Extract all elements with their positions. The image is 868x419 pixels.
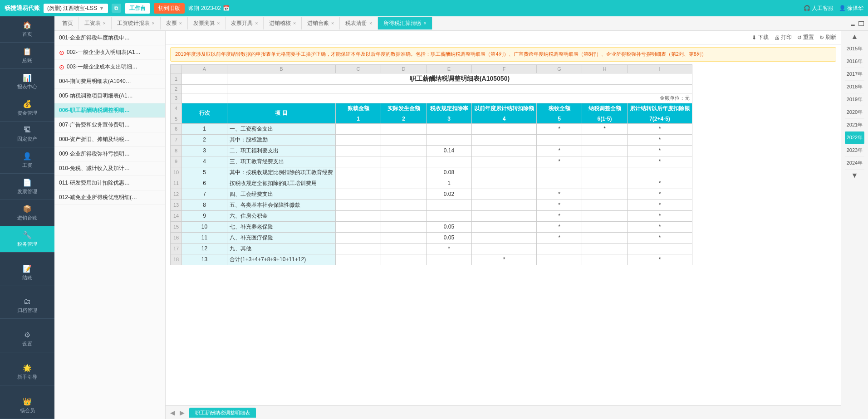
row-15-c4[interactable] xyxy=(472,221,537,232)
row-16-item[interactable]: 八、补充医疗保险 xyxy=(227,232,336,243)
row-8-c3[interactable]: 0.14 xyxy=(427,145,472,156)
row-18-c6[interactable] xyxy=(582,254,628,265)
left-panel-item-1[interactable]: ⊙002-一般企业收入明细表(A1… xyxy=(54,45,165,60)
row-15-c2[interactable] xyxy=(381,221,427,232)
row-6-c2[interactable] xyxy=(381,123,427,134)
row-17-c1[interactable] xyxy=(336,243,381,254)
row-6-c3[interactable] xyxy=(427,123,472,134)
row-13-c3[interactable] xyxy=(427,200,472,210)
row-15-c6[interactable] xyxy=(582,221,628,232)
row-18-c7[interactable]: * xyxy=(628,254,692,265)
row-6-c6[interactable]: * xyxy=(582,123,628,134)
row-7-c2[interactable] xyxy=(381,134,427,145)
row-18-item[interactable]: 合计(1+3+4+7+8+9+10+11+12) xyxy=(227,254,336,265)
row-17-c5[interactable] xyxy=(537,243,582,254)
sidebar-item-3[interactable]: 💰资金管理 xyxy=(0,95,54,122)
row-9-item[interactable]: 三、职工教育经费支出 xyxy=(227,156,336,167)
year-item-2018年[interactable]: 2018年 xyxy=(845,81,864,93)
row-16-c4[interactable] xyxy=(472,232,537,243)
row-13-c7[interactable]: * xyxy=(628,200,692,210)
year-item-2019年[interactable]: 2019年 xyxy=(845,93,864,106)
workbench-button[interactable]: 工作台 xyxy=(125,3,150,14)
row-17-c3[interactable]: * xyxy=(427,243,472,254)
sidebar-item-4[interactable]: 🏗固定资产 xyxy=(0,122,54,147)
row-11-c6[interactable] xyxy=(582,178,628,189)
tab-3[interactable]: 发票× xyxy=(161,17,188,29)
row-6-c1[interactable] xyxy=(336,123,381,134)
row-11-item[interactable]: 按税收规定全额扣除的职工培训费用 xyxy=(227,178,336,189)
row-6-item[interactable]: 一、工资薪金支出 xyxy=(227,123,336,134)
row-9-c5[interactable]: * xyxy=(537,156,582,167)
sidebar-item-1[interactable]: 📋总账 xyxy=(0,43,54,69)
tab-6[interactable]: 进销稽核× xyxy=(264,17,302,29)
row-12-c5[interactable]: * xyxy=(537,189,582,200)
row-7-c1[interactable] xyxy=(336,134,381,145)
left-panel-item-5[interactable]: 006-职工薪酬纳税调整明细… xyxy=(54,103,165,118)
row-17-c6[interactable] xyxy=(582,243,628,254)
row-9-c7[interactable]: * xyxy=(628,156,692,167)
row-12-c4[interactable] xyxy=(472,189,537,200)
row-11-c3[interactable]: 1 xyxy=(427,178,472,189)
row-14-c4[interactable] xyxy=(472,210,537,221)
row-9-c1[interactable] xyxy=(336,156,381,167)
tab-close-8[interactable]: × xyxy=(369,21,372,26)
row-11-c1[interactable] xyxy=(336,178,381,189)
tab-close-6[interactable]: × xyxy=(293,21,296,26)
row-8-c2[interactable] xyxy=(381,145,427,156)
row-16-c7[interactable]: * xyxy=(628,232,692,243)
year-item-2015年[interactable]: 2015年 xyxy=(845,43,864,55)
row-14-c2[interactable] xyxy=(381,210,427,221)
left-panel-item-3[interactable]: 004-期间费用明细表(A1040… xyxy=(54,74,165,89)
row-8-c4[interactable] xyxy=(472,145,537,156)
row-11-c2[interactable] xyxy=(381,178,427,189)
row-6-c4[interactable] xyxy=(472,123,537,134)
row-14-c6[interactable] xyxy=(582,210,628,221)
row-16-c5[interactable]: * xyxy=(537,232,582,243)
year-item-2024年[interactable]: 2024年 xyxy=(845,157,864,170)
row-17-c4[interactable] xyxy=(472,243,537,254)
row-12-item[interactable]: 四、工会经费支出 xyxy=(227,189,336,200)
row-13-c4[interactable] xyxy=(472,200,537,210)
year-scroll-up[interactable]: ▲ xyxy=(849,31,860,43)
sheet-scroll-left[interactable]: ◀ xyxy=(170,409,175,416)
sidebar-item-8[interactable]: 🔧税务管理 xyxy=(0,226,54,253)
year-item-2017年[interactable]: 2017年 xyxy=(845,68,864,81)
row-13-c2[interactable] xyxy=(381,200,427,210)
row-18-c4[interactable]: * xyxy=(472,254,537,265)
row-16-c3[interactable]: 0.05 xyxy=(427,232,472,243)
row-17-item[interactable]: 九、其他 xyxy=(227,243,336,254)
left-panel-item-8[interactable]: 009-企业所得税弥补亏损明… xyxy=(54,147,165,161)
row-14-item[interactable]: 六、住房公积金 xyxy=(227,210,336,221)
row-8-c5[interactable]: * xyxy=(537,145,582,156)
tab-close-2[interactable]: × xyxy=(152,21,155,26)
row-10-c5[interactable] xyxy=(537,167,582,178)
copy-icon-btn[interactable]: ⧉ xyxy=(112,4,121,13)
left-panel-item-2[interactable]: ⊙003-一般企业成本支出明细… xyxy=(54,60,165,74)
active-sheet-tab[interactable]: 职工薪酬纳税调整明细表 xyxy=(189,408,256,418)
row-11-c5[interactable] xyxy=(537,178,582,189)
row-15-c1[interactable] xyxy=(336,221,381,232)
left-panel-item-10[interactable]: 011-研发费用加计扣除优惠… xyxy=(54,176,165,190)
row-10-item[interactable]: 其中：按税收规定比例扣除的职工教育经费 xyxy=(227,167,336,178)
row-18-c3[interactable] xyxy=(427,254,472,265)
cell-3A[interactable] xyxy=(182,93,227,103)
sidebar-item-0[interactable]: 🏠首页 xyxy=(0,16,54,43)
tab-close-4[interactable]: × xyxy=(217,21,220,26)
tab-close-5[interactable]: × xyxy=(255,21,258,26)
year-item-2021年[interactable]: 2021年 xyxy=(845,119,864,132)
company-selector[interactable]: (勿删) 江西赣宝-LSS ▼ xyxy=(44,4,108,13)
year-scroll-down[interactable]: ▼ xyxy=(849,170,860,181)
row-12-c1[interactable] xyxy=(336,189,381,200)
left-panel-item-11[interactable]: 012-减免企业所得税优惠明细(… xyxy=(54,190,165,205)
row-17-c2[interactable] xyxy=(381,243,427,254)
row-18-c5[interactable] xyxy=(537,254,582,265)
spreadsheet-container[interactable]: A B C D E F G H I 1 职工薪酬 xyxy=(166,62,868,405)
year-item-2023年[interactable]: 2023年 xyxy=(845,144,864,157)
row-13-c5[interactable]: * xyxy=(537,200,582,210)
row-8-c1[interactable] xyxy=(336,145,381,156)
row-7-c7[interactable]: * xyxy=(628,134,692,145)
row-10-c1[interactable] xyxy=(336,167,381,178)
row-8-item[interactable]: 二、职工福利要支出 xyxy=(227,145,336,156)
maximize-button[interactable]: 🗖 xyxy=(858,20,864,27)
row-16-c6[interactable] xyxy=(582,232,628,243)
